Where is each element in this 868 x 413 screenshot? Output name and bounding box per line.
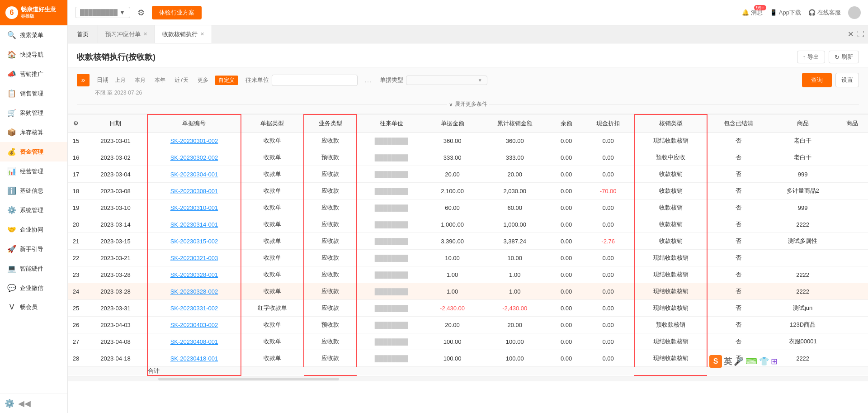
table-row: 21 2023-03-15 SK-20230315-002 收款单 应收款 ██… — [68, 233, 868, 250]
partner-input[interactable] — [272, 75, 358, 86]
row-order-no: SK-20230321-003 — [147, 250, 241, 266]
tab-prepay-doc[interactable]: 预习冲应付单 ✕ — [98, 25, 155, 43]
row-include-settled: 否 — [707, 317, 769, 333]
sidebar-item-operations[interactable]: 📊 经营管理 — [0, 161, 67, 181]
tab-home-label: 首页 — [77, 30, 89, 38]
tab-close-icon[interactable]: ✕ — [143, 31, 147, 37]
row-biztype: 应收款 — [304, 233, 357, 250]
tab-bar: 首页 预习冲应付单 ✕ 收款核销执行 ✕ ✕ ⛶ — [68, 25, 868, 43]
operations-icon: 📊 — [7, 167, 16, 176]
row-goods2 — [836, 199, 868, 216]
date-range-text: 不限 至 2023-07-26 — [95, 89, 142, 97]
sidebar-item-hardware[interactable]: 💻 智能硬件 — [0, 259, 67, 278]
refresh-button[interactable]: ↻ 刷新 — [829, 51, 859, 63]
doctype-select[interactable] — [406, 76, 487, 85]
sidebar-item-sales[interactable]: 📋 销售管理 — [0, 84, 67, 103]
tab-close-button[interactable]: ✕ — [848, 30, 854, 38]
col-settings-header[interactable]: ⚙ — [68, 114, 84, 133]
row-cancel-type: 现结收款核销 — [634, 350, 707, 367]
last-month-button[interactable]: 上月 — [111, 76, 129, 85]
row-goods2 — [836, 266, 868, 283]
gear-icon[interactable]: ⚙ — [136, 6, 146, 19]
row-cancel-amount: 1.00 — [479, 266, 551, 283]
row-amount: -2,430.00 — [425, 300, 479, 317]
sidebar-item-finance[interactable]: 💰 资金管理 — [0, 142, 67, 161]
row-biztype: 预收款 — [304, 149, 357, 166]
total-label: 合计 — [147, 367, 241, 376]
row-date: 2023-03-10 — [84, 199, 147, 216]
row-cancel-type: 收款核销 — [634, 233, 707, 250]
filter-expand-left-button[interactable]: » — [77, 74, 90, 86]
sidebar-item-vip[interactable]: V 畅会员 — [0, 298, 67, 317]
row-balance: 0.00 — [551, 250, 582, 266]
doctype-label: 单据类型 — [380, 76, 403, 84]
sidebar-item-search[interactable]: 🔍 搜索菜单 — [0, 25, 67, 45]
row-goods2 — [836, 283, 868, 300]
online-service-button[interactable]: 🎧 在线客服 — [808, 9, 841, 17]
company-select[interactable]: █████████ ▼ — [75, 7, 130, 18]
user-avatar[interactable] — [848, 6, 861, 19]
sidebar-item-marketing[interactable]: 📣 营销推广 — [0, 64, 67, 84]
sidebar-item-quicknav[interactable]: 🏠 快捷导航 — [0, 45, 67, 64]
more-date-button[interactable]: 更多 — [194, 76, 212, 85]
sidebar-item-inventory[interactable]: 📦 库存核算 — [0, 123, 67, 142]
sidebar-item-collab[interactable]: 🤝 企业协同 — [0, 220, 67, 239]
expand-label: 展开更多条件 — [455, 100, 487, 108]
export-button[interactable]: ↑ 导出 — [797, 51, 826, 63]
home-icon: 🏠 — [7, 50, 16, 59]
tab-home[interactable]: 首页 — [68, 25, 98, 43]
sidebar-menu: 🔍 搜索菜单 🏠 快捷导航 📣 营销推广 📋 销售管理 🛒 采购管理 📦 库存核… — [0, 25, 67, 394]
row-amount: 100.00 — [425, 350, 479, 367]
col-balance-header: 余额 — [551, 114, 582, 133]
last-7days-button[interactable]: 近7天 — [171, 76, 192, 85]
app-download-button[interactable]: 📱 App下载 — [770, 9, 801, 17]
row-goods2 — [836, 183, 868, 199]
row-doctype: 收款单 — [241, 183, 304, 199]
this-month-button[interactable]: 本月 — [131, 76, 149, 85]
row-partner: ████████ — [357, 250, 425, 266]
tab-collection-label: 收款核销执行 — [162, 30, 198, 38]
collapse-icon[interactable]: ◀◀ — [18, 399, 31, 408]
this-year-button[interactable]: 本年 — [151, 76, 169, 85]
page-title: 收款核销执行(按收款) — [77, 52, 156, 62]
row-goods: 老白干 — [769, 133, 836, 149]
messages-button[interactable]: 🔔 消息 99+ — [742, 9, 763, 17]
tab-collection-exec[interactable]: 收款核销执行 ✕ — [155, 25, 212, 43]
sidebar-item-label: 快捷导航 — [20, 51, 43, 59]
doctype-filter: 单据类型 — [380, 76, 487, 85]
sidebar-item-newbie[interactable]: 🚀 新手引导 — [0, 239, 67, 259]
row-cash-discount: 0.00 — [582, 350, 635, 367]
sidebar-item-basicinfo[interactable]: ℹ️ 基础信息 — [0, 181, 67, 200]
row-partner: ████████ — [357, 166, 425, 183]
sidebar-item-wecom[interactable]: 💬 企业微信 — [0, 278, 67, 298]
expand-more-conditions[interactable]: ∨ 展开更多条件 — [77, 100, 859, 108]
settings-icon[interactable]: ⚙️ — [5, 399, 14, 408]
tab-close-icon[interactable]: ✕ — [200, 31, 204, 37]
brand-watermark: S 英 🎤 ⌨ 👕 ⊞ — [709, 355, 778, 368]
row-partner: ████████ — [357, 133, 425, 149]
sidebar-item-label: 新手引导 — [20, 245, 43, 253]
row-cancel-type: 现结收款核销 — [634, 300, 707, 317]
table-row: 22 2023-03-21 SK-20230321-003 收款单 应收款 ██… — [68, 250, 868, 266]
sidebar: 6 畅康道好生意 标推版 🔍 搜索菜单 🏠 快捷导航 📣 营销推广 📋 销售管理… — [0, 0, 68, 413]
sidebar-item-purchase[interactable]: 🛒 采购管理 — [0, 103, 67, 123]
row-partner: ████████ — [357, 199, 425, 216]
row-partner: ████████ — [357, 266, 425, 283]
row-order-no: SK-20230308-001 — [147, 183, 241, 199]
horizontal-scrollbar[interactable] — [158, 378, 339, 380]
custom-date-button[interactable]: 自定义 — [215, 76, 238, 85]
query-button[interactable]: 查询 — [802, 73, 832, 87]
col-doctype-header: 单据类型 — [241, 114, 304, 133]
row-date: 2023-03-28 — [84, 266, 147, 283]
row-order-no: SK-20230328-001 — [147, 266, 241, 283]
sidebar-item-sysadmin[interactable]: ⚙️ 系统管理 — [0, 200, 67, 220]
row-partner: ████████ — [357, 283, 425, 300]
filter-settings-button[interactable]: 设置 — [835, 73, 859, 87]
tab-expand-button[interactable]: ⛶ — [857, 30, 864, 38]
date-quick-buttons: 上月 本月 本年 近7天 更多 — [111, 76, 212, 85]
date-filter: 日期 上月 本月 本年 近7天 更多 自定义 — [97, 76, 238, 85]
industry-solution-button[interactable]: 体验行业方案 — [152, 6, 202, 19]
row-include-settled: 否 — [707, 333, 769, 350]
row-cancel-amount: 100.00 — [479, 333, 551, 350]
row-balance: 0.00 — [551, 283, 582, 300]
